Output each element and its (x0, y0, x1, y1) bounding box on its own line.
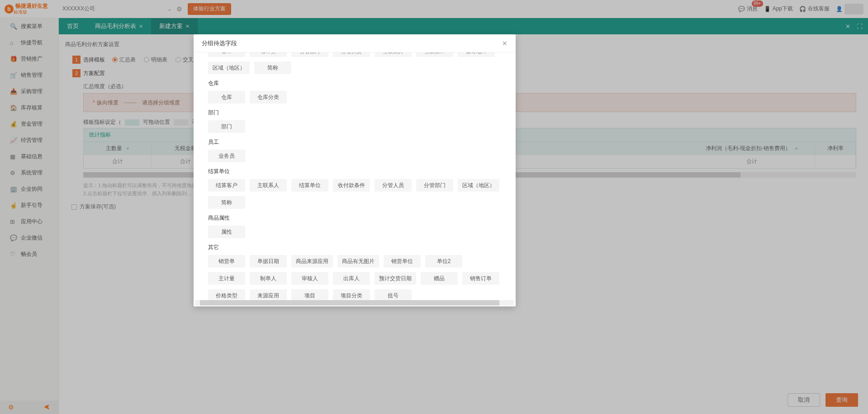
modal-body[interactable]: 客… 客…类 分管部门 分管人员 主联系人 主联系… 邮寄地… 区域（地区） 简… (194, 52, 516, 300)
field-chip[interactable]: 单位2 (425, 255, 462, 268)
field-chip[interactable]: 销货单 (208, 255, 245, 268)
field-chip-group: 销货单单据日期商品来源应用商品有无图片销货单位单位2主计量制单人审核人出库人预计… (208, 255, 501, 300)
field-chip[interactable]: 来源应用 (250, 289, 287, 300)
field-chip[interactable]: 结算客户 (208, 179, 245, 192)
field-picker-modal: 分组待选字段 ✕ 客… 客…类 分管部门 分管人员 主联系人 主联系… 邮寄地…… (194, 34, 516, 306)
field-chip[interactable]: 简称 (208, 196, 245, 209)
field-chip[interactable]: 主联系人 (250, 179, 287, 192)
chip-row-2: 区域（地区） 简称 (208, 61, 501, 74)
field-group-title: 商品属性 (208, 214, 501, 222)
field-chip[interactable]: 销货单位 (384, 255, 421, 268)
field-chip[interactable]: 销售订单 (462, 272, 499, 285)
field-chip[interactable]: 分管部门 (416, 179, 453, 192)
field-group-title: 结算单位 (208, 168, 501, 175)
field-chip[interactable]: 属性 (208, 226, 245, 238)
field-chip-group: 仓库仓库分类 (208, 91, 501, 104)
modal-title: 分组待选字段 (202, 39, 237, 47)
field-chip[interactable]: 分管部门 (291, 52, 328, 57)
field-chip[interactable]: 制单人 (250, 272, 287, 285)
field-chip[interactable]: 价格类型 (208, 289, 245, 300)
field-chip[interactable]: 分管人员 (375, 179, 412, 192)
field-chip-group: 部门 (208, 120, 501, 133)
close-icon[interactable]: ✕ (502, 40, 508, 47)
field-chip[interactable]: 主联系… (416, 52, 453, 57)
field-chip[interactable]: 赠品 (421, 272, 458, 285)
field-chip[interactable]: 仓库分类 (250, 91, 287, 104)
field-chip[interactable]: 简称 (254, 61, 291, 74)
field-chip[interactable]: 业务员 (208, 150, 245, 162)
field-chip[interactable]: 收付款条件 (333, 179, 370, 192)
field-chip[interactable]: 预计交货日期 (375, 272, 416, 285)
field-chip[interactable]: 商品来源应用 (291, 255, 333, 268)
field-chip[interactable]: 出库人 (333, 272, 370, 285)
field-chip[interactable]: 仓库 (208, 91, 245, 104)
field-chip-group: 业务员 (208, 150, 501, 162)
field-chip[interactable]: 结算单位 (291, 179, 328, 192)
modal-horizontal-scrollbar[interactable] (195, 300, 514, 306)
field-chip[interactable]: 商品有无图片 (337, 255, 379, 268)
field-chip[interactable]: 部门 (208, 120, 245, 133)
field-chip[interactable]: 区域（地区） (208, 61, 250, 74)
field-chip[interactable]: 客…类 (250, 52, 287, 57)
field-group-title: 部门 (208, 109, 501, 117)
field-chip[interactable]: 批号 (375, 289, 412, 300)
field-chip[interactable]: 项目 (291, 289, 328, 300)
field-group-title: 其它 (208, 244, 501, 251)
field-chip[interactable]: 单据日期 (250, 255, 287, 268)
field-chip[interactable]: 分管人员 (333, 52, 370, 57)
field-chip[interactable]: 邮寄地… (458, 52, 495, 57)
truncated-chip-row: 客… 客…类 分管部门 分管人员 主联系人 主联系… 邮寄地… (208, 52, 501, 57)
field-group-title: 仓库 (208, 80, 501, 87)
modal-header: 分组待选字段 ✕ (194, 34, 516, 52)
field-chip[interactable]: 项目分类 (333, 289, 370, 300)
field-chip[interactable]: 主计量 (208, 272, 245, 285)
field-chip-group: 结算客户主联系人结算单位收付款条件分管人员分管部门区域（地区）简称 (208, 179, 501, 209)
field-chip[interactable]: 审核人 (291, 272, 328, 285)
field-chip[interactable]: 客… (208, 52, 245, 57)
scroll-thumb[interactable] (200, 300, 499, 306)
field-chip[interactable]: 主联系人 (375, 52, 412, 57)
field-group-title: 员工 (208, 138, 501, 146)
field-chip-group: 属性 (208, 226, 501, 238)
field-chip[interactable]: 区域（地区） (458, 179, 499, 192)
